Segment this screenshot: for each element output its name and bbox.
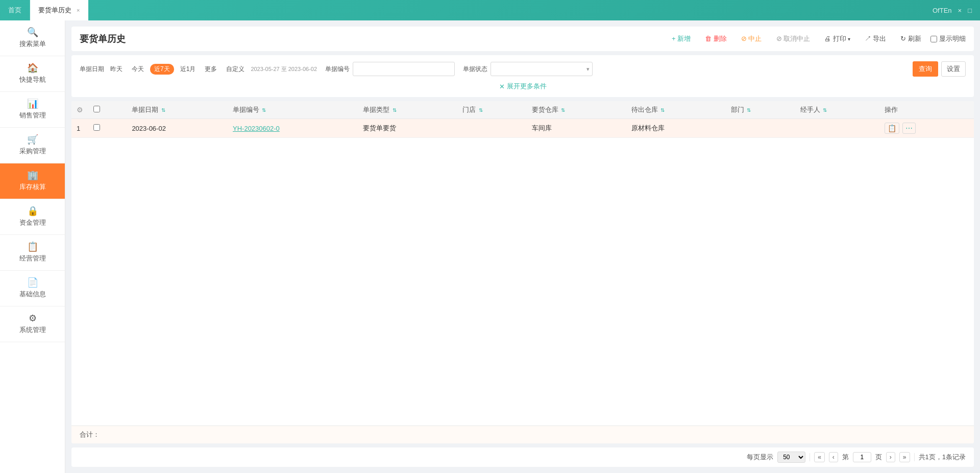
window-maximize-icon[interactable]: □ xyxy=(968,7,972,14)
shortcut-today[interactable]: 今天 xyxy=(129,64,147,75)
row-checkbox[interactable] xyxy=(93,124,100,131)
search-menu-icon: 🔍 xyxy=(27,28,38,37)
sort-date-icon[interactable]: ⇅ xyxy=(161,107,165,113)
select-all-checkbox[interactable] xyxy=(93,106,100,112)
col-billtype: 单据类型 ⇅ xyxy=(358,101,457,119)
sidebar-item-ops-mgmt[interactable]: 📋 经营管理 xyxy=(0,235,65,271)
print-button[interactable]: 🖨 打印 ▾ xyxy=(819,32,855,46)
prev-page-button[interactable]: ‹ xyxy=(829,452,838,462)
window-close-icon[interactable]: × xyxy=(958,7,962,14)
cancel-stop-button[interactable]: ⊘ 取消中止 xyxy=(771,32,816,46)
expand-more-button[interactable]: ✕ 展开更多条件 xyxy=(499,82,547,91)
quick-nav-icon: 🏠 xyxy=(27,63,38,73)
sidebar: 🔍 搜索菜单 🏠 快捷导航 📊 销售管理 🛒 采购管理 🏢 库存核算 🔒 资金管… xyxy=(0,20,65,473)
filter-row-expand: ✕ 展开更多条件 xyxy=(80,82,966,91)
purchase-mgmt-icon: 🛒 xyxy=(27,135,38,144)
page-input[interactable] xyxy=(853,452,871,462)
divider xyxy=(810,453,810,461)
export-button[interactable]: ↗ 导出 xyxy=(860,32,892,46)
action-icons: 📋 ⋯ xyxy=(885,123,969,134)
sort-department-icon[interactable]: ⇅ xyxy=(747,107,751,113)
shortcut-yesterday[interactable]: 昨天 xyxy=(107,64,126,75)
tab-purchase-history-label: 要货单历史 xyxy=(38,6,71,15)
sidebar-item-sys-mgmt[interactable]: ⚙ 系统管理 xyxy=(0,306,65,342)
finance-mgmt-icon: 🔒 xyxy=(27,206,38,216)
table-body: 1 2023-06-02 YH-20230602-0 xyxy=(71,119,974,138)
sidebar-label-search-menu: 搜索菜单 xyxy=(19,39,46,49)
show-detail-checkbox[interactable] xyxy=(930,36,937,42)
tab-home[interactable]: 首页 xyxy=(0,0,30,20)
billno-filter-field: 单据编号 xyxy=(325,62,455,76)
first-page-button[interactable]: « xyxy=(814,452,825,462)
inventory-icon: 🏢 xyxy=(27,171,38,180)
top-bar: 首页 要货单历史 × OfTEn × □ xyxy=(0,0,980,20)
date-filter-field: 单据日期 昨天 今天 近7天 近1月 更多 自定义 2023-05-27 至 2… xyxy=(80,64,317,75)
sort-handler-icon[interactable]: ⇅ xyxy=(823,107,827,113)
sort-req-warehouse-icon[interactable]: ⇅ xyxy=(561,107,565,113)
sort-store-icon[interactable]: ⇅ xyxy=(479,107,483,113)
sidebar-label-finance-mgmt: 资金管理 xyxy=(19,218,46,227)
billno-input[interactable] xyxy=(353,62,455,76)
sort-pending-warehouse-icon[interactable]: ⇅ xyxy=(660,107,665,113)
tab-purchase-history[interactable]: 要货单历史 × xyxy=(30,0,88,20)
col-action: 操作 xyxy=(879,101,974,119)
col-handler-label: 经手人 xyxy=(800,106,820,113)
per-page-select[interactable]: 50 10 20 100 xyxy=(777,452,805,463)
sidebar-label-basic-info: 基础信息 xyxy=(19,290,46,299)
shortcut-1month[interactable]: 近1月 xyxy=(177,64,199,75)
sidebar-item-basic-info[interactable]: 📄 基础信息 xyxy=(0,271,65,306)
sidebar-item-inventory[interactable]: 🏢 库存核算 xyxy=(0,163,65,199)
billno-filter-label: 单据编号 xyxy=(325,65,350,74)
row-billno-link[interactable]: YH-20230602-0 xyxy=(233,125,280,132)
footer-label: 合计： xyxy=(80,430,100,439)
sidebar-label-purchase-mgmt: 采购管理 xyxy=(19,147,46,156)
col-checkbox xyxy=(88,101,127,119)
sidebar-item-purchase-mgmt[interactable]: 🛒 采购管理 xyxy=(0,128,65,163)
cell-req-warehouse: 车间库 xyxy=(527,119,626,138)
main-layout: 🔍 搜索菜单 🏠 快捷导航 📊 销售管理 🛒 采购管理 🏢 库存核算 🔒 资金管… xyxy=(0,20,980,473)
tab-close-icon[interactable]: × xyxy=(77,7,80,13)
new-button[interactable]: + 新增 xyxy=(667,32,696,46)
sidebar-item-sales-mgmt[interactable]: 📊 销售管理 xyxy=(0,92,65,128)
cell-pending-warehouse: 原材料仓库 xyxy=(626,119,726,138)
ops-mgmt-icon: 📋 xyxy=(27,242,38,251)
sidebar-item-search-menu[interactable]: 🔍 搜索菜单 xyxy=(0,20,65,56)
shortcut-7days[interactable]: 近7天 xyxy=(150,64,174,75)
col-pending-warehouse-label: 待出仓库 xyxy=(631,106,658,113)
data-table: ⚙ 单据日期 ⇅ 单据编号 ⇅ xyxy=(71,101,974,138)
per-page-label: 每页显示 xyxy=(747,453,773,462)
page-header: 要货单历史 + 新增 🗑 删除 ⊘ 中止 ⊘ 取消中止 🖨 打印 ▾ ↗ 导出 … xyxy=(71,27,974,51)
shortcut-more[interactable]: 更多 xyxy=(202,64,220,75)
sys-mgmt-icon: ⚙ xyxy=(29,314,37,323)
delete-button[interactable]: 🗑 删除 xyxy=(700,32,732,46)
table-header: ⚙ 单据日期 ⇅ 单据编号 ⇅ xyxy=(71,101,974,119)
edit-icon[interactable]: 📋 xyxy=(885,123,899,134)
sort-billno-icon[interactable]: ⇅ xyxy=(262,107,266,113)
status-select[interactable] xyxy=(491,62,593,76)
refresh-button[interactable]: ↻ 刷新 xyxy=(895,32,926,46)
sort-billtype-icon[interactable]: ⇅ xyxy=(393,107,397,113)
next-page-button[interactable]: › xyxy=(886,452,895,462)
print-label: 🖨 打印 xyxy=(824,34,846,43)
cell-department xyxy=(726,119,795,138)
last-page-button[interactable]: » xyxy=(899,452,910,462)
shortcut-custom[interactable]: 自定义 xyxy=(223,64,248,75)
content-area: 要货单历史 + 新增 🗑 删除 ⊘ 中止 ⊘ 取消中止 🖨 打印 ▾ ↗ 导出 … xyxy=(65,20,980,473)
status-filter-field: 单据状态 xyxy=(463,62,593,76)
toolbar: + 新增 🗑 删除 ⊘ 中止 ⊘ 取消中止 🖨 打印 ▾ ↗ 导出 ↻ 刷新 显… xyxy=(667,32,966,46)
stop-button[interactable]: ⊘ 中止 xyxy=(736,32,767,46)
cell-index: 1 xyxy=(71,119,88,138)
sidebar-item-finance-mgmt[interactable]: 🔒 资金管理 xyxy=(0,199,65,235)
print-dropdown-icon[interactable]: ▾ xyxy=(848,36,850,42)
sales-mgmt-icon: 📊 xyxy=(27,99,38,108)
col-store-label: 门店 xyxy=(462,106,476,113)
col-settings: ⚙ xyxy=(71,101,88,119)
table-scroll[interactable]: ⚙ 单据日期 ⇅ 单据编号 ⇅ xyxy=(71,101,974,425)
sidebar-item-quick-nav[interactable]: 🏠 快捷导航 xyxy=(0,56,65,92)
status-filter-label: 单据状态 xyxy=(463,65,487,74)
col-date: 单据日期 ⇅ xyxy=(127,101,228,119)
setting-button[interactable]: 设置 xyxy=(941,61,966,77)
query-button[interactable]: 查询 xyxy=(913,61,938,77)
more-icon[interactable]: ⋯ xyxy=(902,123,916,134)
gear-icon[interactable]: ⚙ xyxy=(77,106,83,114)
